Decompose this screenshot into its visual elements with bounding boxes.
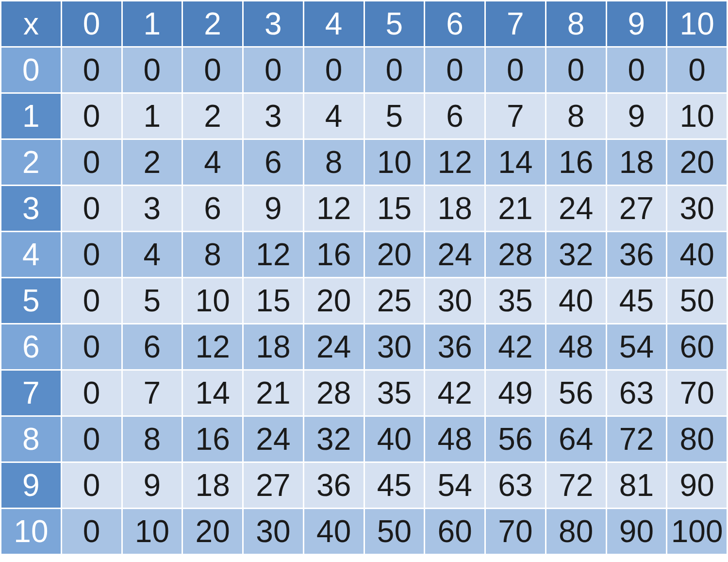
table-cell: 24: [425, 232, 485, 278]
row-header: 1: [1, 93, 62, 139]
table-cell: 4: [182, 139, 243, 186]
table-cell: 14: [182, 370, 243, 416]
table-cell: 56: [546, 370, 606, 416]
table-cell: 20: [303, 278, 364, 324]
row-header: 5: [1, 278, 62, 324]
row-header: 10: [1, 509, 62, 555]
table-cell: 0: [243, 47, 304, 93]
table-cell: 0: [122, 47, 182, 93]
table-cell: 72: [546, 462, 606, 509]
table-cell: 18: [425, 186, 485, 232]
table-cell: 100: [667, 509, 728, 555]
table-cell: 20: [182, 509, 243, 555]
table-cell: 24: [546, 186, 606, 232]
table-cell: 0: [606, 47, 667, 93]
table-cell: 48: [425, 416, 485, 462]
table-cell: 0: [485, 47, 546, 93]
table-cell: 4: [303, 93, 364, 139]
table-cell: 50: [667, 278, 728, 324]
table-cell: 54: [606, 324, 667, 370]
table-cell: 21: [485, 186, 546, 232]
table-cell: 8: [182, 232, 243, 278]
table-cell: 24: [243, 416, 304, 462]
table-cell: 36: [606, 232, 667, 278]
table-cell: 63: [485, 462, 546, 509]
table-cell: 0: [61, 416, 122, 462]
table-cell: 15: [364, 186, 425, 232]
table-cell: 9: [122, 462, 182, 509]
table-cell: 0: [303, 47, 364, 93]
table-cell: 6: [182, 186, 243, 232]
table-cell: 30: [243, 509, 304, 555]
table-cell: 60: [425, 509, 485, 555]
table-corner: x: [1, 1, 62, 47]
table-cell: 7: [122, 370, 182, 416]
table-cell: 14: [485, 139, 546, 186]
table-cell: 0: [61, 47, 122, 93]
table-cell: 0: [61, 232, 122, 278]
table-cell: 35: [485, 278, 546, 324]
table-cell: 40: [546, 278, 606, 324]
table-cell: 6: [243, 139, 304, 186]
table-cell: 12: [182, 324, 243, 370]
table-cell: 90: [667, 462, 728, 509]
table-cell: 45: [606, 278, 667, 324]
row-header: 3: [1, 186, 62, 232]
table-cell: 48: [546, 324, 606, 370]
table-cell: 60: [667, 324, 728, 370]
table-cell: 64: [546, 416, 606, 462]
table-cell: 81: [606, 462, 667, 509]
table-cell: 0: [61, 509, 122, 555]
table-cell: 0: [182, 47, 243, 93]
row-header: 7: [1, 370, 62, 416]
table-cell: 63: [606, 370, 667, 416]
col-header: 3: [243, 1, 304, 47]
col-header: 1: [122, 1, 182, 47]
table-cell: 24: [303, 324, 364, 370]
table-cell: 25: [364, 278, 425, 324]
table-cell: 6: [122, 324, 182, 370]
table-cell: 10: [182, 278, 243, 324]
table-cell: 0: [61, 462, 122, 509]
table-cell: 2: [182, 93, 243, 139]
table-cell: 27: [606, 186, 667, 232]
table-cell: 10: [667, 93, 728, 139]
table-cell: 54: [425, 462, 485, 509]
table-cell: 20: [667, 139, 728, 186]
table-cell: 42: [485, 324, 546, 370]
table-cell: 0: [61, 324, 122, 370]
table-cell: 32: [303, 416, 364, 462]
table-cell: 36: [425, 324, 485, 370]
table-cell: 0: [425, 47, 485, 93]
table-cell: 0: [61, 370, 122, 416]
table-cell: 80: [546, 509, 606, 555]
table-cell: 20: [364, 232, 425, 278]
table-cell: 35: [364, 370, 425, 416]
table-cell: 4: [122, 232, 182, 278]
table-cell: 80: [667, 416, 728, 462]
table-cell: 9: [243, 186, 304, 232]
table-cell: 8: [303, 139, 364, 186]
table-cell: 18: [606, 139, 667, 186]
table-cell: 28: [485, 232, 546, 278]
table-cell: 3: [122, 186, 182, 232]
table-cell: 0: [667, 47, 728, 93]
table-cell: 12: [303, 186, 364, 232]
table-cell: 27: [243, 462, 304, 509]
table-cell: 8: [122, 416, 182, 462]
table-cell: 7: [485, 93, 546, 139]
row-header: 2: [1, 139, 62, 186]
table-cell: 70: [485, 509, 546, 555]
col-header: 0: [61, 1, 122, 47]
table-cell: 56: [485, 416, 546, 462]
table-cell: 16: [303, 232, 364, 278]
multiplication-table: x012345678910000000000000101234567891020…: [0, 0, 728, 555]
table-cell: 18: [182, 462, 243, 509]
row-header: 9: [1, 462, 62, 509]
table-cell: 28: [303, 370, 364, 416]
col-header: 6: [425, 1, 485, 47]
table-cell: 40: [364, 416, 425, 462]
table-cell: 0: [546, 47, 606, 93]
table-cell: 10: [122, 509, 182, 555]
table-cell: 12: [243, 232, 304, 278]
